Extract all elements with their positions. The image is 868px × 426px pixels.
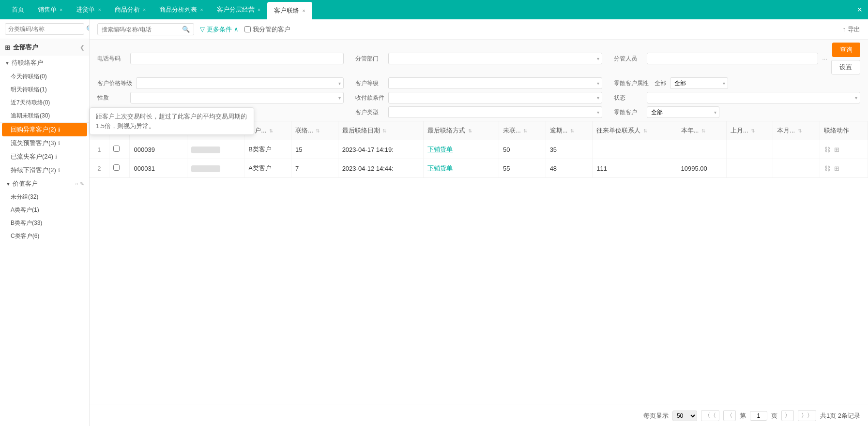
nav-tab-sales[interactable]: 销售单 × — [31, 0, 69, 19]
sidebar-item-c-class[interactable]: C类客户(6) — [0, 230, 89, 243]
th-action: 联络动作 — [820, 121, 868, 140]
nav-tab-home[interactable]: 首页 — [5, 0, 31, 19]
sidebar-edit-icons[interactable]: ○ ✎ — [75, 181, 84, 187]
sort-icon-contacts[interactable]: ⇅ — [316, 128, 320, 133]
th-uncontacted: 未联... ⇅ — [499, 121, 546, 140]
select-dept[interactable] — [388, 53, 602, 64]
select-customer-type[interactable] — [388, 106, 602, 118]
action-more-icon-2[interactable]: ⊞ — [834, 165, 839, 172]
nav-tab-analysis-close[interactable]: × — [143, 7, 146, 13]
sidebar-item-ungrouped[interactable]: 未分组(32) — [0, 191, 89, 204]
sidebar-item-abnormal-repurchase[interactable]: 回购异常客户(2) ℹ — [2, 123, 87, 136]
nav-tab-purchase-close[interactable]: × — [98, 7, 101, 13]
sidebar-collapse-icon: ❮ — [80, 44, 84, 51]
input-person[interactable] — [647, 53, 819, 64]
page-number-input[interactable]: 1 — [750, 411, 767, 421]
sort-icon-last-month[interactable]: ⇅ — [751, 128, 755, 133]
nav-tab-analysis-list[interactable]: 商品分析列表 × — [152, 0, 210, 19]
row-checkbox-2[interactable] — [113, 164, 120, 171]
td-check-2[interactable] — [109, 159, 130, 178]
sidebar-search-icon[interactable]: 🔍 — [86, 25, 90, 33]
td-last-method-2[interactable]: 下销货单 — [424, 159, 499, 178]
row-checkbox-1[interactable] — [113, 146, 120, 152]
sidebar-search-input[interactable] — [5, 23, 84, 35]
top-navigation: 首页 销售单 × 进货单 × 商品分析 × 商品分析列表 × 客户分层经营 × … — [0, 0, 868, 19]
nav-tab-analysis-list-close[interactable]: × — [200, 7, 203, 13]
sort-icon-last-date[interactable]: ⇅ — [382, 128, 386, 133]
filter-search-icon[interactable]: 🔍 — [182, 26, 190, 33]
select-price-wrap: ▾ — [136, 77, 344, 89]
my-customers-check[interactable] — [244, 26, 251, 32]
nav-tab-sales-label: 销售单 — [38, 5, 57, 14]
action-link-icon-1[interactable]: ⛓ — [824, 146, 830, 153]
select-retail-attr[interactable]: 全部 — [670, 77, 728, 89]
first-page-button[interactable]: 〈〈 — [701, 410, 719, 421]
select-nature[interactable] — [130, 92, 344, 103]
sidebar-item-a-class[interactable]: A类客户(1) — [0, 204, 89, 217]
export-button[interactable]: ↑ 导出 — [843, 25, 861, 34]
info-icon-3: ℹ — [55, 154, 57, 160]
settings-button[interactable]: 设置 — [831, 60, 860, 74]
td-contacts-1: 15 — [291, 140, 338, 159]
window-close-button[interactable]: × — [857, 5, 862, 15]
input-phone[interactable] — [130, 53, 344, 64]
nav-tab-sales-close[interactable]: × — [60, 7, 62, 13]
td-check-1[interactable] — [109, 140, 130, 159]
per-page-select[interactable]: 50 100 200 — [672, 411, 697, 421]
query-button[interactable]: 查询 — [832, 43, 860, 57]
my-customers-checkbox[interactable]: 我分管的客户 — [244, 25, 290, 34]
sort-icon-this-month[interactable]: ⇅ — [798, 128, 802, 133]
prev-page-button[interactable]: 〈 — [723, 410, 736, 421]
select-status[interactable] — [647, 92, 860, 103]
td-last-method-1[interactable]: 下销货单 — [424, 140, 499, 159]
sidebar-item-b-class[interactable]: B类客户(33) — [0, 217, 89, 230]
sidebar-item-churn-warning[interactable]: 流失预警客户(3) ℹ — [0, 136, 89, 150]
nav-tab-analysis[interactable]: 商品分析 × — [108, 0, 152, 19]
nav-tab-customer-segment-close[interactable]: × — [258, 7, 260, 13]
sidebar-item-churn-warning-label: 流失预警客户(3) — [11, 139, 56, 147]
filter-search-input[interactable] — [102, 26, 179, 33]
select-customer-level[interactable] — [388, 77, 602, 89]
sort-icon-overdue[interactable]: ⇅ — [570, 128, 574, 133]
filter-row-3: 性质 ▾ 收付款条件 ▾ 状态 — [97, 92, 860, 103]
action-link-icon-2[interactable]: ⛓ — [824, 165, 830, 172]
select-payment[interactable] — [388, 92, 602, 103]
sort-icon-category[interactable]: ⇅ — [269, 128, 273, 133]
td-last-date-2: 2023-04-12 14:44: — [338, 159, 424, 178]
filter-row-2: 客户价格等级 ▾ 客户等级 ▾ 零散客户属性 全部 — [97, 77, 860, 89]
sidebar-item-churned-label: 已流失客户(24) — [11, 152, 53, 161]
sidebar-item-overdue[interactable]: 逾期未联络(30) — [0, 109, 89, 122]
select-retail-customer-wrap: 全部 ▾ — [647, 106, 719, 118]
sidebar-item-churned[interactable]: 已流失客户(24) ℹ — [0, 150, 89, 163]
sidebar-item-7days[interactable]: 近7天待联络(0) — [0, 96, 89, 109]
nav-tab-customer-contact-close[interactable]: × — [302, 8, 305, 14]
sidebar-item-today[interactable]: 今天待联络(0) — [0, 70, 89, 83]
action-more-icon-1[interactable]: ⊞ — [834, 146, 839, 153]
sidebar-value-header[interactable]: ▼ 价值客户 ○ ✎ — [0, 177, 89, 191]
sidebar-group-pending-header[interactable]: ▼ 待联络客户 — [0, 56, 89, 70]
table-body: 1 000039 B类客户 15 2023-04-17 14:19: 下销货单 … — [90, 140, 868, 178]
nav-tab-customer-contact-label: 客户联络 — [274, 6, 299, 15]
filter-cell-payment: 收付款条件 ▾ — [355, 92, 602, 103]
sidebar-all-customers[interactable]: ⊞ 全部客户 ❮ — [0, 39, 89, 56]
nav-tab-customer-contact[interactable]: 客户联络 × — [267, 2, 312, 19]
filter-cell-dept: 分管部门 ▾ — [355, 53, 602, 64]
sort-icon-this-year[interactable]: ⇅ — [701, 128, 705, 133]
sort-icon-contact-person[interactable]: ⇅ — [643, 128, 647, 133]
sidebar-item-tomorrow[interactable]: 明天待联络(1) — [0, 83, 89, 96]
select-price-level[interactable] — [136, 77, 344, 89]
more-icon[interactable]: ··· — [822, 55, 827, 62]
sidebar-item-declining[interactable]: 持续下滑客户(2) ℹ — [0, 163, 89, 177]
next-page-button[interactable]: 〉 — [781, 410, 794, 421]
td-category-2: A类客户 — [244, 159, 291, 178]
last-method-link-1[interactable]: 下销货单 — [427, 146, 453, 153]
last-method-link-2[interactable]: 下销货单 — [427, 164, 453, 172]
page-label: 第 — [740, 411, 746, 420]
select-retail-customer[interactable]: 全部 — [647, 106, 719, 118]
nav-tab-customer-segment[interactable]: 客户分层经营 × — [210, 0, 267, 19]
more-conditions-button[interactable]: ▽ 更多条件 ∧ — [200, 25, 239, 34]
last-page-button[interactable]: 〉〉 — [798, 410, 816, 421]
nav-tab-purchase[interactable]: 进货单 × — [69, 0, 107, 19]
sort-icon-uncontacted[interactable]: ⇅ — [523, 128, 527, 133]
sort-icon-last-method[interactable]: ⇅ — [468, 128, 472, 133]
